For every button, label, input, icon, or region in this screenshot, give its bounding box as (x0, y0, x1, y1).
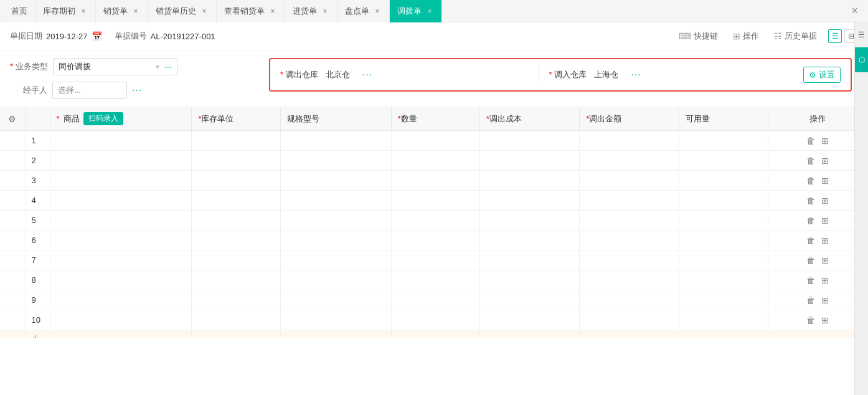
row-delete-icon[interactable]: 🗑 (806, 236, 815, 245)
row-delete-icon[interactable]: 🗑 (806, 216, 815, 226)
column-settings-icon[interactable]: ⚙ (6, 114, 19, 124)
tab-view-sales-close[interactable]: × (268, 7, 277, 16)
row-qty[interactable] (391, 270, 479, 290)
history-btn[interactable]: ☷ 历史单据 (770, 29, 821, 44)
row-qty[interactable] (391, 231, 479, 250)
row-qty[interactable] (391, 250, 479, 270)
row-copy-icon[interactable]: ⊞ (821, 196, 829, 206)
row-amount[interactable] (580, 151, 679, 171)
tab-sales-history-label: 销货单历史 (156, 6, 196, 17)
row-amount[interactable] (580, 211, 679, 231)
row-product[interactable] (50, 270, 192, 290)
tab-home[interactable]: 首页 (2, 0, 35, 22)
warehouse-out-more-icon[interactable]: ··· (362, 69, 372, 80)
row-delete-icon[interactable]: 🗑 (806, 295, 815, 305)
row-gear (0, 211, 25, 231)
row-qty[interactable] (391, 171, 479, 191)
row-copy-icon[interactable]: ⊞ (821, 236, 829, 245)
tab-stocktake-close[interactable]: × (373, 7, 382, 16)
row-qty[interactable] (391, 211, 479, 231)
biz-type-more[interactable]: ··· (164, 62, 172, 72)
form-left: * 业务类型 同价调拨 ▼ ··· 经手人 选择... ··· (10, 58, 259, 99)
row-copy-icon[interactable]: ⊞ (821, 156, 829, 166)
tab-bar-close-all[interactable]: × (844, 4, 866, 17)
biz-type-select[interactable]: 同价调拨 ▼ ··· (53, 58, 177, 75)
shortcut-btn[interactable]: ⌨ 快捷键 (675, 29, 722, 44)
row-cost[interactable] (480, 211, 580, 231)
row-index: 10 (25, 310, 50, 330)
row-cost[interactable] (480, 151, 580, 171)
tab-sales-order-close[interactable]: × (131, 7, 140, 16)
tab-sales-history[interactable]: 销货单历史 × (148, 0, 217, 22)
layout-list-icon[interactable]: ☰ (828, 29, 842, 43)
row-cost[interactable] (480, 310, 580, 330)
row-copy-icon[interactable]: ⊞ (821, 216, 829, 226)
row-amount[interactable] (580, 250, 679, 270)
row-amount[interactable] (580, 310, 679, 330)
tab-purchase[interactable]: 进货单 × (285, 0, 337, 22)
row-delete-icon[interactable]: 🗑 (806, 176, 815, 186)
tab-sales-history-close[interactable]: × (200, 7, 209, 16)
row-delete-icon[interactable]: 🗑 (806, 196, 815, 206)
scan-input-btn[interactable]: 扫码录入 (83, 112, 123, 125)
row-cost[interactable] (480, 250, 580, 270)
row-cost[interactable] (480, 270, 580, 290)
row-delete-icon[interactable]: 🗑 (806, 136, 815, 146)
th-product: * 商品 扫码录入 (50, 107, 192, 131)
row-product[interactable] (50, 191, 192, 211)
row-delete-icon[interactable]: 🗑 (806, 315, 815, 325)
row-cost[interactable] (480, 290, 580, 310)
row-product[interactable] (50, 290, 192, 310)
row-copy-icon[interactable]: ⊞ (821, 315, 829, 325)
handler-more-icon[interactable]: ··· (132, 85, 142, 96)
tab-inventory-init-close[interactable]: × (79, 7, 88, 16)
row-product[interactable] (50, 231, 192, 250)
row-cost[interactable] (480, 171, 580, 191)
row-cost[interactable] (480, 131, 580, 151)
tab-sales-order[interactable]: 销货单 × (96, 0, 148, 22)
row-product[interactable] (50, 310, 192, 330)
row-copy-icon[interactable]: ⊞ (821, 136, 829, 146)
row-amount[interactable] (580, 270, 679, 290)
row-copy-icon[interactable]: ⊞ (821, 295, 829, 305)
row-amount[interactable] (580, 231, 679, 250)
row-amount[interactable] (580, 171, 679, 191)
row-delete-icon[interactable]: 🗑 (806, 275, 815, 285)
row-product[interactable] (50, 131, 192, 151)
operation-btn[interactable]: ⊞ 操作 (729, 29, 763, 44)
row-qty[interactable] (391, 151, 479, 171)
row-copy-icon[interactable]: ⊞ (821, 275, 829, 285)
row-amount[interactable] (580, 131, 679, 151)
row-cost[interactable] (480, 191, 580, 211)
row-delete-icon[interactable]: 🗑 (806, 255, 815, 265)
tab-transfer-close[interactable]: × (425, 7, 434, 16)
tab-stocktake[interactable]: 盘点单 × (337, 0, 390, 22)
warehouse-settings-btn[interactable]: ⚙ 设置 (803, 67, 841, 83)
header-actions: ⌨ 快捷键 ⊞ 操作 ☷ 历史单据 ☰ ⊟ (675, 29, 858, 44)
row-qty[interactable] (391, 290, 479, 310)
tab-inventory-init[interactable]: 库存期初 × (35, 0, 96, 22)
row-copy-icon[interactable]: ⊞ (821, 176, 829, 186)
row-qty[interactable] (391, 310, 479, 330)
handler-input[interactable]: 选择... (52, 82, 127, 99)
row-product[interactable] (50, 151, 192, 171)
row-qty[interactable] (391, 131, 479, 151)
tab-view-sales[interactable]: 查看销货单 × (217, 0, 285, 22)
row-cost[interactable] (480, 231, 580, 250)
row-product[interactable] (50, 250, 192, 270)
calendar-icon[interactable]: 📅 (92, 31, 102, 41)
row-product[interactable] (50, 171, 192, 191)
row-product[interactable] (50, 211, 192, 231)
sidebar-note-icon[interactable]: ☰ (855, 22, 869, 47)
tab-transfer[interactable]: 调拨单 × (390, 0, 442, 22)
row-delete-icon[interactable]: 🗑 (806, 156, 815, 166)
form-area: * 业务类型 同价调拨 ▼ ··· 经手人 选择... ··· * 调出仓库 北… (0, 50, 868, 107)
row-copy-icon[interactable]: ⊞ (821, 255, 829, 265)
tab-purchase-close[interactable]: × (321, 7, 329, 16)
row-qty[interactable] (391, 191, 479, 211)
warehouse-in-more-icon[interactable]: ··· (631, 69, 641, 80)
sidebar-expand-icon[interactable]: ⬡ (855, 47, 869, 72)
row-amount[interactable] (580, 290, 679, 310)
subtotal-op: 🗑 ⊞ (768, 330, 867, 338)
row-amount[interactable] (580, 191, 679, 211)
